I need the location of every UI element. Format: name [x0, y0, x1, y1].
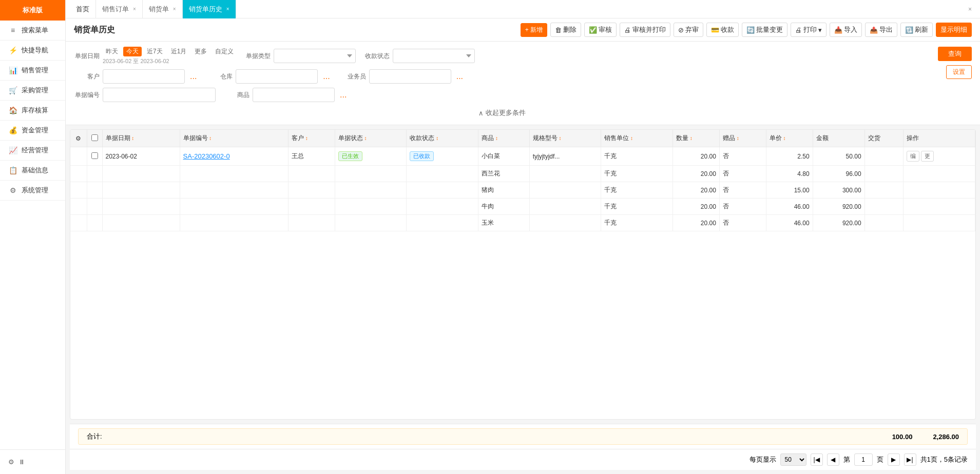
col-price[interactable]: 单价	[766, 130, 813, 147]
more-action-btn[interactable]: 更	[921, 151, 934, 162]
salesperson-input[interactable]	[369, 69, 451, 84]
sidebar-item-basic-info[interactable]: 📋 基础信息	[0, 161, 65, 181]
row-amount: 300.00	[813, 182, 864, 199]
sidebar-bottom-settings[interactable]: ⚙ ⏸	[0, 454, 65, 470]
audit-button[interactable]: ✅ 审核	[584, 23, 617, 37]
last-page-btn[interactable]: ▶|	[904, 453, 916, 466]
row-trade	[864, 199, 903, 215]
sys-mgmt-icon: ⚙	[8, 186, 17, 195]
sidebar-item-search-menu[interactable]: ≡ 搜索菜单	[0, 21, 65, 41]
row-spec	[529, 182, 601, 199]
audit-print-icon: 🖨	[624, 26, 631, 34]
sidebar-item-quick-nav[interactable]: ⚡ 快捷导航	[0, 41, 65, 61]
row-doc-no	[180, 182, 288, 199]
page-area: 销货单历史 + 新增 🗑 删除 ✅ 审核 🖨 审核并打印 ⊘ 弃审	[66, 18, 980, 474]
date-tab-yesterday[interactable]: 昨天	[103, 47, 121, 56]
receive-button[interactable]: 💳 收款	[706, 23, 739, 37]
refresh-button[interactable]: 🔃 刷新	[900, 23, 933, 37]
goods-input[interactable]	[253, 88, 335, 102]
tabs-close-all[interactable]: ×	[964, 6, 976, 13]
payment-status-badge: 已收款	[410, 151, 434, 161]
show-detail-button[interactable]: 显示明细	[936, 23, 972, 37]
row-gift: 否	[719, 182, 766, 199]
customer-dots[interactable]: ...	[188, 72, 199, 81]
row-checkbox-cell	[87, 182, 102, 199]
row-qty: 20.00	[672, 199, 719, 215]
next-page-btn[interactable]: ▶	[888, 453, 900, 466]
date-tab-more[interactable]: 更多	[191, 47, 210, 56]
docno-input[interactable]	[103, 88, 216, 102]
sidebar-item-sys-mgmt[interactable]: ⚙ 系统管理	[0, 181, 65, 201]
payment-select[interactable]	[393, 49, 475, 63]
col-amount: 金额	[813, 130, 864, 147]
audit-print-button[interactable]: 🖨 审核并打印	[620, 23, 670, 37]
col-doc-no[interactable]: 单据编号	[180, 130, 288, 147]
edit-action-btn[interactable]: 编	[907, 151, 919, 162]
refresh-icon: 🔃	[905, 26, 913, 34]
row-checkbox[interactable]	[91, 152, 98, 159]
doc-status-badge: 已生效	[338, 151, 362, 161]
row-settings-cell	[70, 215, 87, 231]
date-tab-1month[interactable]: 近1月	[168, 47, 190, 56]
tab-sales-history-close[interactable]: ×	[226, 6, 229, 12]
row-trade	[864, 182, 903, 199]
col-payment-status[interactable]: 收款状态	[407, 130, 478, 147]
row-doc-status	[335, 166, 407, 182]
goods-dots[interactable]: ...	[338, 90, 349, 100]
sidebar-item-sales-mgmt[interactable]: 📊 销售管理	[0, 61, 65, 81]
row-unit: 千克	[601, 166, 673, 182]
col-qty[interactable]: 数量	[672, 130, 719, 147]
set-button[interactable]: 设置	[946, 65, 972, 79]
query-button[interactable]: 查询	[938, 47, 972, 61]
col-doc-date[interactable]: 单据日期	[102, 130, 180, 147]
first-page-btn[interactable]: |◀	[811, 453, 823, 466]
customer-input[interactable]	[103, 69, 185, 84]
row-checkbox-cell	[87, 147, 102, 166]
col-unit[interactable]: 销售单位	[601, 130, 673, 147]
row-price: 2.50	[766, 147, 813, 166]
tab-sales-order[interactable]: 销售订单 ×	[96, 0, 143, 18]
delete-button[interactable]: 🗑 删除	[550, 23, 581, 37]
tab-sales-goods-close[interactable]: ×	[173, 6, 176, 12]
collapse-icon: ∧	[478, 109, 484, 117]
col-settings[interactable]: ⚙	[70, 130, 87, 147]
col-goods[interactable]: 商品	[478, 130, 530, 147]
col-doc-status[interactable]: 单据状态	[335, 130, 407, 147]
page-number-input[interactable]	[854, 453, 873, 466]
row-amount: 96.00	[813, 166, 864, 182]
row-payment-status	[407, 166, 478, 182]
sidebar-item-purchase-mgmt[interactable]: 🛒 采购管理	[0, 81, 65, 101]
row-unit: 千克	[601, 147, 673, 166]
export-button[interactable]: 📤 导出	[865, 23, 897, 37]
per-page-select[interactable]: 50 100	[780, 453, 806, 466]
sidebar-item-ops-mgmt[interactable]: 📈 经营管理	[0, 141, 65, 161]
tab-sales-history[interactable]: 销货单历史 ×	[183, 0, 236, 18]
row-amount: 920.00	[813, 199, 864, 215]
col-gift[interactable]: 赠品	[719, 130, 766, 147]
col-spec[interactable]: 规格型号	[529, 130, 601, 147]
warehouse-input[interactable]	[236, 69, 318, 84]
doc-no-link[interactable]: SA-20230602-0	[183, 152, 230, 160]
doctype-select[interactable]	[274, 49, 356, 63]
prev-page-btn[interactable]: ◀	[827, 453, 839, 466]
row-gift: 否	[719, 215, 766, 231]
date-tab-7days[interactable]: 近7天	[144, 47, 166, 56]
import-button[interactable]: 📥 导入	[830, 23, 862, 37]
abandon-button[interactable]: ⊘ 弃审	[674, 23, 703, 37]
sidebar-item-finance-mgmt[interactable]: 💰 资金管理	[0, 121, 65, 141]
date-tab-custom[interactable]: 自定义	[212, 47, 237, 56]
batch-change-button[interactable]: 🔄 批量变更	[742, 23, 787, 37]
new-button[interactable]: + 新增	[521, 23, 547, 37]
select-all-checkbox[interactable]	[91, 134, 98, 141]
sidebar-item-inventory-calc[interactable]: 🏠 库存核算	[0, 101, 65, 121]
warehouse-dots[interactable]: ...	[321, 72, 332, 81]
salesperson-dots[interactable]: ...	[454, 72, 465, 81]
date-tab-today[interactable]: 今天	[123, 47, 142, 56]
collapse-btn[interactable]: ∧ 收起更多条件	[74, 106, 930, 120]
print-button[interactable]: 🖨 打印 ▾	[791, 23, 827, 37]
tab-home[interactable]: 首页	[70, 0, 96, 18]
col-customer[interactable]: 客户	[288, 130, 335, 147]
row-amount: 920.00	[813, 215, 864, 231]
tab-sales-order-close[interactable]: ×	[133, 6, 136, 12]
tab-sales-goods[interactable]: 销货单 ×	[143, 0, 183, 18]
